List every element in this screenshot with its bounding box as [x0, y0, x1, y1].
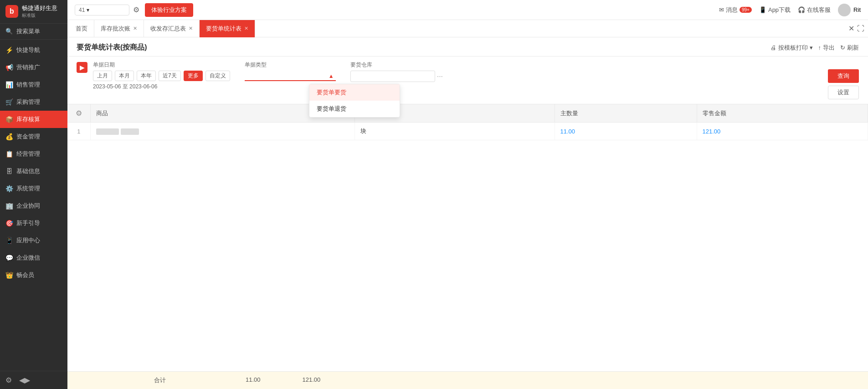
sidebar-item-guide[interactable]: 🎯新手引导 — [0, 215, 67, 232]
online-service-btn[interactable]: 🎧 在线客服 — [798, 6, 831, 14]
export-btn[interactable]: ↑ 导出 — [818, 44, 835, 52]
sidebar-item-basic[interactable]: 🗄基础信息 — [0, 163, 67, 180]
sidebar-icon-appstore: 📱 — [5, 237, 13, 244]
user-menu[interactable]: Rit — [838, 4, 861, 16]
company-selector[interactable]: 41 ▾ — [75, 5, 129, 15]
sidebar-icon-wechat: 💬 — [5, 254, 13, 261]
sidebar-icon-basic: 🗄 — [5, 168, 13, 175]
warehouse-input[interactable] — [350, 71, 435, 82]
table-head: ⚙ 商品 主计量单位 主数量 零售金额 — [67, 104, 868, 123]
company-dropdown-icon: ▾ — [87, 7, 89, 13]
date-filter-group: 单据日期 上月本月本年近7天更多自定义 2023-05-06 至 2023-06… — [93, 61, 230, 91]
tab-close-request-summary[interactable]: ✕ — [244, 26, 248, 31]
messages-btn[interactable]: ✉ 消息 99+ — [719, 6, 752, 14]
sidebar-label-quick-nav: 快捷导航 — [16, 46, 40, 54]
sidebar-icon-member: 👑 — [5, 271, 13, 279]
tab-close-inventory-batch[interactable]: ✕ — [133, 26, 137, 31]
footer-amount: 121.00 — [303, 376, 321, 384]
sidebar-search[interactable]: 🔍 搜索菜单 — [0, 24, 67, 40]
cell-amount: 121.00 — [697, 123, 868, 140]
footer-qty: 11.00 — [246, 376, 261, 384]
sidebar-item-system[interactable]: ⚙️系统管理 — [0, 180, 67, 197]
sidebar-item-enterprise[interactable]: 🏢企业协同 — [0, 197, 67, 215]
tab-label-receive-summary: 收发存汇总表 — [150, 25, 186, 33]
date-option-more[interactable]: 更多 — [184, 71, 203, 81]
date-range-text: 2023-05-06 至 2023-06-06 — [93, 83, 230, 91]
sidebar-label-basic: 基础信息 — [16, 167, 40, 175]
column-settings-icon[interactable]: ⚙ — [76, 109, 82, 117]
print-label: 按模板打印 — [778, 44, 808, 52]
sidebar-label-enterprise: 企业协同 — [16, 202, 40, 210]
sidebar-icon-marketing: 📢 — [5, 64, 13, 71]
app-download-btn[interactable]: 📱 App下载 — [759, 6, 791, 14]
table-header-row: ⚙ 商品 主计量单位 主数量 零售金额 — [67, 104, 868, 123]
sidebar: b 畅捷通好生意 标准版 🔍 搜索菜单 ⚡快捷导航📢营销推广📊销售管理🛒采购管理… — [0, 0, 67, 389]
collapse-icon[interactable]: ◀▶ — [19, 376, 30, 384]
sidebar-item-purchase[interactable]: 🛒采购管理 — [0, 93, 67, 111]
settings-icon[interactable]: ⚙ — [5, 376, 12, 384]
date-option-2[interactable]: 本年 — [137, 71, 156, 81]
sidebar-label-marketing: 营销推广 — [16, 63, 40, 72]
topbar-right: ✉ 消息 99+ 📱 App下载 🎧 在线客服 Rit — [719, 4, 861, 16]
warehouse-more-icon[interactable]: ··· — [437, 72, 443, 81]
trial-button[interactable]: 体验行业方案 — [145, 3, 193, 17]
sidebar-icon-system: ⚙️ — [5, 185, 13, 192]
type-filter-group: 单据类型 ▲ — [245, 61, 336, 81]
settings-button[interactable]: 设置 — [828, 86, 859, 99]
date-option-5[interactable]: 自定义 — [205, 71, 230, 81]
tab-label-request-summary: 要货单统计表 — [206, 25, 241, 33]
dropdown-item-request-return[interactable]: 要货单退货 — [309, 101, 400, 117]
query-button[interactable]: 查询 — [828, 69, 859, 83]
logo: b 畅捷通好生意 标准版 — [0, 0, 67, 24]
th-gear[interactable]: ⚙ — [67, 104, 90, 123]
topbar-gear-icon[interactable]: ⚙ — [133, 5, 139, 14]
print-dropdown-icon: ▾ — [810, 44, 813, 51]
tab-home[interactable]: 首页 — [69, 20, 94, 37]
refresh-icon: ↻ — [840, 44, 845, 51]
tab-inventory-batch[interactable]: 库存批次账✕ — [94, 20, 144, 37]
date-options-row: 上月本月本年近7天更多自定义 — [93, 71, 230, 81]
sidebar-search-label: 搜索菜单 — [16, 27, 40, 36]
tab-close-receive-summary[interactable]: ✕ — [189, 26, 193, 31]
refresh-btn[interactable]: ↻ 刷新 — [840, 44, 859, 52]
sidebar-label-inventory: 库存核算 — [16, 115, 40, 123]
date-option-1[interactable]: 本月 — [115, 71, 134, 81]
print-btn[interactable]: 🖨 按模板打印 ▾ — [770, 44, 813, 52]
sidebar-nav: ⚡快捷导航📢营销推广📊销售管理🛒采购管理📦库存核算💰资金管理📋经营管理🗄基础信息… — [0, 40, 67, 371]
sidebar-item-member[interactable]: 👑畅会员 — [0, 266, 67, 284]
tabs-bar: 首页库存批次账✕收发存汇总表✕要货单统计表✕ ✕ ⛶ — [67, 20, 868, 37]
filter-toggle-btn[interactable]: ▶ — [77, 62, 87, 73]
sidebar-item-quick-nav[interactable]: ⚡快捷导航 — [0, 41, 67, 59]
logo-text: 畅捷通好生意 — [22, 5, 57, 12]
filter-actions: 查询 设置 — [828, 61, 859, 99]
type-select-arrow-icon[interactable]: ▲ — [329, 73, 334, 79]
sidebar-item-wechat[interactable]: 💬企业微信 — [0, 249, 67, 266]
tab-request-summary[interactable]: 要货单统计表✕ — [200, 20, 255, 37]
export-icon: ↑ — [818, 44, 822, 51]
search-icon: 🔍 — [5, 28, 13, 35]
cell-seq: 1 — [67, 123, 90, 140]
close-tab-icon[interactable]: ✕ — [848, 24, 854, 33]
date-option-0[interactable]: 上月 — [93, 71, 112, 81]
page-actions: 🖨 按模板打印 ▾ ↑ 导出 ↻ 刷新 — [770, 44, 859, 52]
sidebar-icon-purchase: 🛒 — [5, 98, 13, 106]
dropdown-item-request-goods[interactable]: 要货单要货 — [309, 84, 400, 101]
sidebar-item-inventory[interactable]: 📦库存核算 — [0, 111, 67, 128]
data-table: ⚙ 商品 主计量单位 主数量 零售金额 1块11.00121.00 — [67, 104, 868, 140]
company-num: 41 — [79, 7, 85, 13]
tab-receive-summary[interactable]: 收发存汇总表✕ — [144, 20, 200, 37]
sidebar-item-finance[interactable]: 💰资金管理 — [0, 128, 67, 145]
table-footer: 合计 11.00 121.00 — [67, 371, 868, 389]
page-content: 要货单统计表(按商品) 🖨 按模板打印 ▾ ↑ 导出 ↻ 刷新 ▶ — [67, 37, 868, 389]
sidebar-item-sales[interactable]: 📊销售管理 — [0, 76, 67, 93]
sidebar-item-operations[interactable]: 📋经营管理 — [0, 145, 67, 163]
cell-unit: 块 — [354, 123, 555, 140]
tabs-right: ✕ ⛶ — [845, 24, 868, 33]
sidebar-item-appstore[interactable]: 📱应用中心 — [0, 232, 67, 249]
print-icon: 🖨 — [770, 44, 776, 51]
expand-tab-icon[interactable]: ⛶ — [857, 25, 864, 33]
sidebar-icon-operations: 📋 — [5, 150, 13, 158]
sidebar-item-marketing[interactable]: 📢营销推广 — [0, 59, 67, 76]
type-select-input[interactable] — [245, 71, 336, 81]
date-option-3[interactable]: 近7天 — [159, 71, 181, 81]
